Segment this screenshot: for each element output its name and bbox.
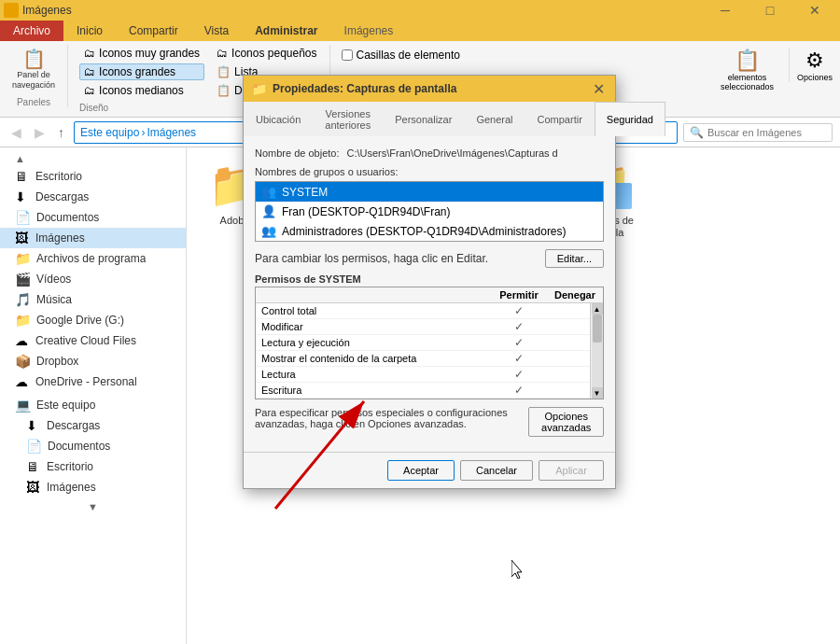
iconos-medianos-btn[interactable]: 🗂 Iconos medianos: [79, 82, 204, 99]
sidebar-item-videos[interactable]: 🎬 Vídeos: [0, 269, 186, 289]
sidebar-label-descargas2: Descargas: [47, 419, 100, 432]
folder-icon: [4, 3, 19, 18]
dialog-tab-compartir[interactable]: Compartir: [525, 102, 595, 136]
perm-scrollbar[interactable]: ▲ ▼: [590, 303, 603, 399]
advanced-button[interactable]: Opciones avanzadas: [528, 407, 604, 437]
sidebar-scroll-up[interactable]: ▲: [15, 153, 25, 164]
tab-imagenes[interactable]: Imágenes: [331, 21, 407, 41]
close-button[interactable]: ✕: [793, 0, 836, 21]
sidebar-item-descargas[interactable]: ⬇ Descargas: [0, 187, 186, 207]
scroll-down-btn[interactable]: ▼: [592, 387, 603, 399]
aplicar-button[interactable]: Aplicar: [539, 460, 604, 481]
elementos-label: elementosseleccionados: [721, 73, 774, 91]
aceptar-button[interactable]: Aceptar: [387, 460, 455, 481]
user-fran-icon: 👤: [261, 204, 276, 218]
up-button[interactable]: ↑: [54, 123, 68, 142]
breadcrumb-item-images[interactable]: Imágenes: [147, 126, 196, 139]
scroll-up-btn[interactable]: ▲: [592, 303, 603, 315]
user-administradores-label: Administradores (DESKTOP-Q1DR94D\Adminis…: [282, 225, 567, 238]
casillas-checkbox[interactable]: [342, 49, 353, 61]
creative-cloud-icon: ☁: [15, 333, 30, 348]
user-administradores[interactable]: 👥 Administradores (DESKTOP-Q1DR94D\Admin…: [256, 221, 603, 241]
tab-vista[interactable]: Vista: [191, 21, 242, 41]
users-list: 👥 SYSTEM 👤 Fran (DESKTOP-Q1DR94D\Fran) 👥…: [255, 181, 604, 242]
search-icon: 🔍: [690, 126, 704, 139]
dialog-close-button[interactable]: ✕: [589, 79, 608, 98]
dialog-tab-versiones[interactable]: Versiones anteriores: [313, 102, 383, 136]
documentos2-icon: 📄: [26, 439, 42, 454]
escritorio2-icon: 🖥: [26, 459, 41, 474]
sidebar-item-onedrive[interactable]: ☁ OneDrive - Personal: [0, 371, 186, 392]
perm-allow-escritura: ✓: [491, 384, 547, 397]
perm-name-modificar: Modificar: [256, 319, 491, 334]
sidebar-item-creative-cloud[interactable]: ☁ Creative Cloud Files: [0, 330, 186, 351]
edit-button[interactable]: Editar...: [545, 249, 604, 268]
sidebar-label-creative-cloud: Creative Cloud Files: [35, 334, 136, 347]
opciones-label: Opciones: [797, 73, 833, 82]
sidebar-item-documentos[interactable]: 📄 Documentos: [0, 207, 186, 228]
iconos-pequenos-btn[interactable]: 🗂 Iconos pequeños: [212, 45, 321, 62]
search-box[interactable]: 🔍: [683, 123, 833, 142]
object-name-row: Nombre de objeto: C:\Users\Fran\OneDrive…: [255, 147, 604, 159]
sidebar-item-escritorio[interactable]: 🖥 Escritorio: [0, 166, 186, 187]
casillas-label[interactable]: Casillas de elemento: [342, 49, 460, 62]
perm-allow-lectura: ✓: [491, 368, 547, 381]
ribbon-buttons-panels: 📋 Panel denavegación: [7, 45, 60, 93]
sidebar-label-documentos: Documentos: [36, 211, 99, 224]
breadcrumb-item-computer[interactable]: Este equipo: [80, 126, 139, 139]
tab-inicio[interactable]: Inicio: [63, 21, 116, 41]
tab-compartir[interactable]: Compartir: [116, 21, 191, 41]
nav-panel-button[interactable]: 📋 Panel denavegación: [7, 45, 60, 93]
sidebar-item-archivos[interactable]: 📁 Archivos de programa: [0, 248, 186, 269]
cancelar-button[interactable]: Cancelar: [460, 460, 533, 481]
permissions-table-header: Permitir Denegar: [256, 287, 603, 303]
dialog-title-bar: 📁 Propiedades: Capturas de pantalla ✕: [244, 76, 615, 102]
dialog-tab-ubicacion[interactable]: Ubicación: [244, 102, 313, 136]
sidebar-label-escritorio2: Escritorio: [47, 460, 93, 473]
user-system-label: SYSTEM: [282, 186, 328, 199]
minimize-button[interactable]: ─: [704, 0, 747, 21]
sidebar-label-videos: Vídeos: [36, 273, 71, 286]
sidebar-scroll-down[interactable]: ▼: [88, 501, 98, 512]
sidebar-item-google-drive[interactable]: 📁 Google Drive (G:): [0, 310, 186, 330]
sidebar-item-documentos2[interactable]: 📄 Documentos: [0, 436, 186, 456]
imagenes2-icon: 🖼: [26, 480, 41, 495]
object-name-value: C:\Users\Fran\OneDrive\Imágenes\Capturas…: [347, 147, 558, 159]
tab-archivo[interactable]: Archivo: [0, 21, 63, 41]
back-button[interactable]: ◀: [7, 123, 25, 142]
sidebar-item-musica[interactable]: 🎵 Música: [0, 289, 186, 310]
sidebar-item-este-equipo[interactable]: 💻 Este equipo: [0, 392, 186, 415]
sidebar-item-dropbox[interactable]: 📦 Dropbox: [0, 351, 186, 371]
properties-dialog: 📁 Propiedades: Capturas de pantalla ✕ Ub…: [243, 75, 616, 489]
search-input[interactable]: [707, 127, 826, 138]
dialog-tab-seguridad[interactable]: Seguridad: [595, 102, 665, 136]
iconos-grandes-btn[interactable]: 🗂 Iconos grandes: [79, 63, 204, 80]
user-system[interactable]: 👥 SYSTEM: [256, 182, 603, 202]
sidebar-item-imagenes[interactable]: 🖼 Imágenes: [0, 228, 186, 248]
perm-allow-control: ✓: [491, 304, 547, 317]
sidebar-item-escritorio2[interactable]: 🖥 Escritorio: [0, 456, 186, 477]
imagenes-icon: 🖼: [15, 231, 30, 245]
forward-button[interactable]: ▶: [31, 123, 49, 142]
archivos-icon: 📁: [15, 251, 31, 266]
iconos-grandes-label: Iconos grandes: [99, 65, 175, 78]
perm-allow-lectura-ejecucion: ✓: [491, 336, 547, 349]
permissions-table-body: Control total ✓ Modificar ✓ Lectura y ej…: [256, 303, 603, 399]
object-name-label: Nombre de objeto:: [255, 147, 340, 159]
title-bar: Imágenes ─ □ ✕: [0, 0, 840, 21]
ribbon-group-panels-label: Paneles: [17, 97, 50, 107]
dialog-tab-general[interactable]: General: [464, 102, 525, 136]
dialog-tab-personalizar[interactable]: Personalizar: [383, 102, 464, 136]
maximize-button[interactable]: □: [749, 0, 791, 21]
sidebar-label-musica: Música: [36, 293, 72, 306]
dialog-title-icon: 📁: [251, 81, 267, 96]
casillas-text: Casillas de elemento: [357, 49, 460, 62]
nav-panel-icon: 📋: [22, 48, 46, 70]
sidebar-item-descargas2[interactable]: ⬇ Descargas: [0, 415, 186, 436]
perm-name-control: Control total: [256, 303, 491, 318]
tab-administrar[interactable]: Administrar: [242, 21, 330, 41]
iconos-muy-grandes-btn[interactable]: 🗂 Iconos muy grandes: [79, 45, 204, 62]
user-fran[interactable]: 👤 Fran (DESKTOP-Q1DR94D\Fran): [256, 202, 603, 221]
perm-name-mostrar: Mostrar el contenido de la carpeta: [256, 351, 491, 366]
sidebar-item-imagenes2[interactable]: 🖼 Imágenes: [0, 477, 186, 497]
